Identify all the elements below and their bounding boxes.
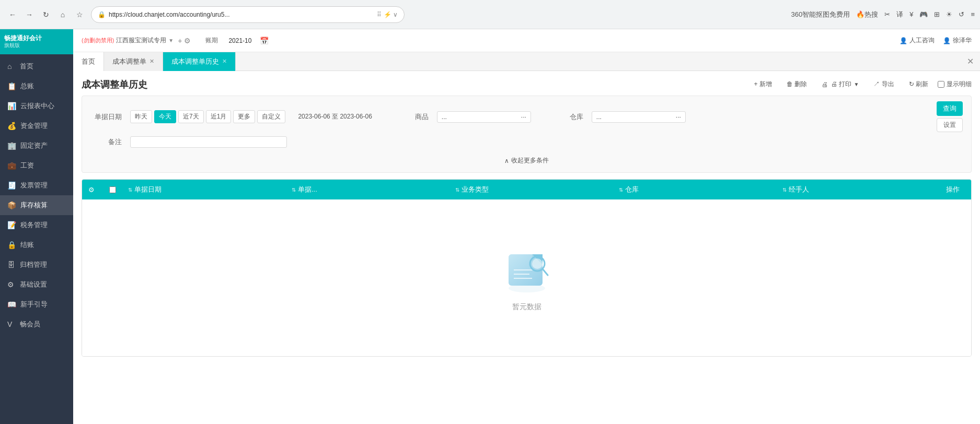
- scissors-tool[interactable]: ✂: [884, 10, 890, 18]
- sort-biz-icon: ⇅: [455, 187, 459, 193]
- sidebar-item-assets[interactable]: 🏢 固定资产: [0, 136, 73, 156]
- collapse-area: ∧ 收起更多条件: [90, 152, 963, 167]
- browser-chrome: ← → ↻ ⌂ ☆ 🔒 https://cloud.chanjet.com/ac…: [0, 0, 980, 29]
- print-button[interactable]: 🖨 🖨 打印 ▼: [816, 77, 864, 91]
- sidebar-label-archive: 归档管理: [20, 260, 47, 269]
- top-bar-right: 👤 人工咨询 👤 徐泽华: [900, 36, 972, 45]
- forward-button[interactable]: →: [22, 7, 37, 22]
- warehouse-filter-select[interactable]: ... ···: [592, 111, 686, 123]
- page-header: 成本调整单历史 + 新增 🗑 删除 🖨 🖨 打印 ▼ ↗ 导出 ↻ 刷新 显示明…: [73, 71, 980, 96]
- sidebar-label-salary: 工资: [20, 161, 34, 170]
- logo-sub: 旗舰版: [4, 42, 42, 49]
- th-handler[interactable]: ⇅ 经手人: [776, 185, 940, 194]
- translate-tool[interactable]: 译: [896, 10, 903, 19]
- window-close-btn[interactable]: ✕: [961, 56, 980, 66]
- sidebar-item-tax[interactable]: 📝 税务管理: [0, 215, 73, 235]
- show-columns-checkbox[interactable]: 显示明细: [938, 80, 972, 89]
- table-container: ⚙ ⇅ 单据日期 ⇅ 单据... ⇅ 业务类型: [82, 179, 972, 357]
- th-warehouse[interactable]: ⇅ 仓库: [613, 185, 776, 194]
- sidebar-item-member[interactable]: V 畅会员: [0, 314, 73, 334]
- sidebar-item-funds[interactable]: 💰 资金管理: [0, 116, 73, 136]
- sidebar-item-ledger[interactable]: 📋 总账: [0, 76, 73, 96]
- sidebar-item-archive[interactable]: 🗄 归档管理: [0, 255, 73, 275]
- tab-cost-adjust-history[interactable]: 成本调整单历史 ✕: [163, 52, 236, 71]
- collapse-icon: ∧: [504, 157, 509, 164]
- delete-button[interactable]: 🗑 删除: [781, 77, 812, 91]
- sidebar-item-closing[interactable]: 🔒 结账: [0, 235, 73, 255]
- settings-button[interactable]: 设置: [937, 118, 963, 132]
- th-actions: 操作: [940, 185, 971, 194]
- add-company-icon[interactable]: +: [178, 37, 182, 45]
- user-name-text: 徐泽华: [953, 36, 972, 45]
- th-settings[interactable]: ⚙: [82, 186, 103, 194]
- tab-cost-adjust-close[interactable]: ✕: [149, 58, 154, 65]
- th-date[interactable]: ⇅ 单据日期: [122, 185, 285, 194]
- sidebar-item-inventory[interactable]: 📦 库存核算: [0, 195, 73, 215]
- print-dropdown-icon: ▼: [854, 81, 859, 87]
- sidebar-label-settings: 基础设置: [20, 280, 47, 289]
- sidebar-item-home[interactable]: ⌂ 首页: [0, 56, 73, 76]
- sidebar-label-reports: 云报表中心: [20, 101, 54, 111]
- tab-cost-adjust[interactable]: 成本调整单 ✕: [104, 52, 163, 71]
- select-all-checkbox[interactable]: [109, 186, 116, 193]
- query-settings-group: 查询 设置: [937, 101, 963, 132]
- game-tool[interactable]: 🎮: [919, 10, 928, 18]
- undo-tool[interactable]: ↺: [959, 10, 964, 18]
- show-columns-input[interactable]: [938, 81, 944, 88]
- refresh-button[interactable]: ↻: [39, 7, 53, 22]
- address-bar[interactable]: 🔒 https://cloud.chanjet.com/accounting/u…: [91, 6, 405, 23]
- new-button[interactable]: + 新增: [748, 77, 777, 91]
- sidebar-item-reports[interactable]: 📊 云报表中心: [0, 96, 73, 116]
- top-bar: (勿删勿禁用) 江西服宝测试专用 ▼ + ⚙ 账期 2021-10 📅 👤 人工…: [73, 29, 980, 52]
- funds-icon: 💰: [7, 122, 16, 130]
- th-checkbox[interactable]: [103, 186, 122, 193]
- hot-search[interactable]: 🔥热搜: [856, 10, 878, 19]
- menu-tool[interactable]: ≡: [971, 10, 975, 18]
- tab-cost-adjust-history-close[interactable]: ✕: [222, 58, 227, 65]
- wallet-tool[interactable]: ¥: [909, 10, 913, 18]
- company-selector[interactable]: (勿删勿禁用) 江西服宝测试专用 ▼ + ⚙: [82, 36, 191, 45]
- date-more-btn[interactable]: 更多: [233, 110, 255, 123]
- star-button[interactable]: ☆: [72, 7, 87, 22]
- grid-tool[interactable]: ⊞: [934, 10, 940, 18]
- search-tool[interactable]: 360智能抠图免费用: [791, 10, 850, 19]
- date-custom-btn[interactable]: 自定义: [257, 110, 285, 123]
- sidebar-item-invoice[interactable]: 🧾 发票管理: [0, 175, 73, 195]
- logo-content: 畅捷通好会计 旗舰版: [4, 34, 42, 49]
- user-profile[interactable]: 👤 徐泽华: [943, 36, 972, 45]
- back-button[interactable]: ←: [5, 7, 20, 22]
- sidebar-label-assets: 固定资产: [20, 141, 48, 150]
- calendar-icon[interactable]: 📅: [260, 37, 269, 45]
- browser-extensions: ⠿ ⚡ ∨: [377, 11, 398, 18]
- brightness-tool[interactable]: ☀: [946, 10, 952, 18]
- reports-icon: 📊: [7, 102, 16, 110]
- sidebar-item-salary[interactable]: 💼 工资: [0, 156, 73, 175]
- date-yesterday-btn[interactable]: 昨天: [130, 110, 152, 123]
- product-filter-label: 商品: [397, 112, 429, 122]
- collapse-button[interactable]: ∧ 收起更多条件: [504, 154, 549, 167]
- refresh-button[interactable]: ↻ 刷新: [904, 77, 933, 91]
- date-1month-btn[interactable]: 近1月: [206, 110, 232, 123]
- product-filter-select[interactable]: ... ···: [437, 111, 531, 123]
- logo-text: 畅捷通好会计: [4, 34, 42, 42]
- invoice-icon: 🧾: [7, 181, 16, 190]
- product-placeholder: ...: [442, 113, 447, 121]
- settings-gear-icon[interactable]: ⚙: [184, 37, 191, 45]
- date-today-btn[interactable]: 今天: [154, 110, 176, 123]
- query-button[interactable]: 查询: [937, 101, 963, 116]
- sidebar-item-guide[interactable]: 📖 新手引导: [0, 295, 73, 314]
- browser-nav-buttons: ← → ↻ ⌂ ☆: [5, 7, 87, 22]
- home-button[interactable]: ⌂: [55, 7, 70, 22]
- export-button[interactable]: ↗ 导出: [868, 77, 899, 91]
- sidebar-item-settings[interactable]: ⚙ 基础设置: [0, 275, 73, 295]
- sidebar-logo: 畅捷通好会计 旗舰版: [0, 29, 73, 54]
- th-doc-number[interactable]: ⇅ 单据...: [285, 185, 449, 194]
- show-columns-label: 显示明细: [947, 80, 972, 89]
- filter-bar: 单据日期 昨天 今天 近7天 近1月 更多 自定义 2023-06-06 至 2…: [82, 96, 972, 173]
- remark-filter-input[interactable]: [130, 136, 287, 148]
- th-biz-type[interactable]: ⇅ 业务类型: [449, 185, 613, 194]
- lock-icon: 🔒: [98, 11, 106, 18]
- tab-home[interactable]: 首页: [73, 52, 104, 71]
- date-7days-btn[interactable]: 近7天: [178, 110, 204, 123]
- user-service-btn[interactable]: 👤 人工咨询: [900, 36, 935, 45]
